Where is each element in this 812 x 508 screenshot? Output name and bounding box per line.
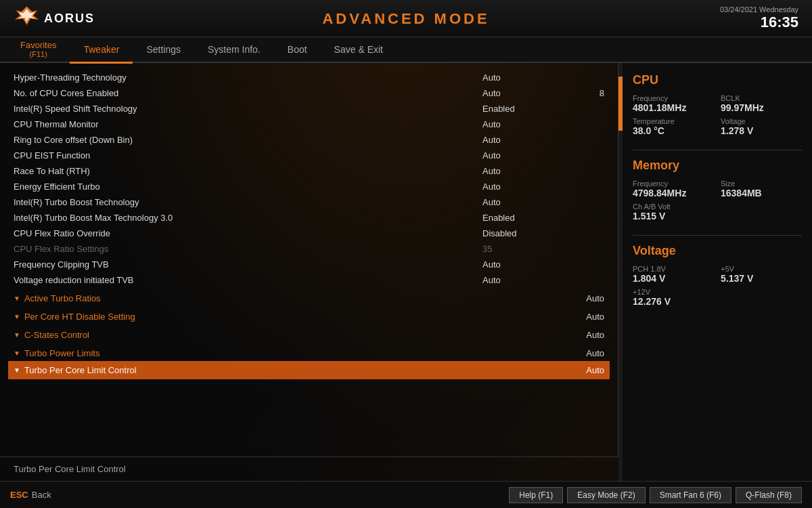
mem-chvolt-label: Ch A/B Volt [633,203,802,211]
section-header-turbo-per-core[interactable]: ▼ Turbo Per Core Limit ControlAuto [8,361,610,379]
aorus-logo: AORUS [44,12,95,26]
smart-fan-button[interactable]: Smart Fan 6 (F6) [650,487,731,503]
setting-row[interactable]: Intel(R) Speed Shift TechnologyEnabled [14,101,604,117]
main-content: Hyper-Threading TechnologyAutoNo. of CPU… [0,63,812,481]
setting-value: Auto [482,166,564,176]
setting-value: Auto [482,259,564,270]
setting-row[interactable]: Ring to Core offset (Down Bin)Auto [14,132,604,148]
mem-chvolt-value: 1.515 V [633,211,802,221]
setting-row[interactable]: Intel(R) Turbo Boost Max Technology 3.0E… [14,210,604,226]
memory-title: Memory [633,158,802,173]
setting-value: Auto [482,88,564,98]
nav-tweaker[interactable]: Tweaker [70,37,133,62]
cpu-temp-item: Temperature 38.0 °C [633,117,714,136]
section-value: Auto [586,330,604,340]
setting-name: Intel(R) Speed Shift Technology [14,104,482,114]
nav-favorites-sub: (F11) [30,50,47,59]
divider-1 [633,150,802,150]
voltage-title: Voltage [633,244,802,258]
nav-settings[interactable]: Settings [133,37,194,62]
section-header-per-core-ht[interactable]: ▼ Per Core HT Disable SettingAuto [14,306,604,324]
setting-value: Enabled [482,213,564,223]
page-title: ADVANCED MODE [322,10,489,27]
setting-name: Race To Halt (RTH) [14,166,482,176]
cpu-section: CPU Frequency 4801.18MHz BCLK 99.97MHz T… [633,73,802,136]
cpu-volt-value: 1.278 V [721,125,802,136]
nav-save-label: Save & Exit [334,44,383,55]
section-label: Active Turbo Ratios [24,293,101,303]
mem-freq-item: Frequency 4798.84MHz [633,179,714,198]
nav-favorites-label: Favorites [20,40,56,51]
memory-section: Memory Frequency 4798.84MHz Size 16384MB… [633,158,802,221]
section-header-turbo-power[interactable]: ▼ Turbo Power LimitsAuto [14,343,604,361]
cpu-volt-item: Voltage 1.278 V [721,117,802,136]
mem-size-label: Size [721,179,802,188]
setting-row[interactable]: Energy Efficient TurboAuto [14,179,604,194]
setting-row[interactable]: Frequency Clipping TVBAuto [14,257,604,272]
esc-key: ESC [10,490,28,500]
qflash-button[interactable]: Q-Flash (F8) [736,487,802,503]
nav-save[interactable]: Save & Exit [321,37,397,62]
setting-value: Auto [482,150,564,161]
setting-row[interactable]: CPU Flex Ratio OverrideDisabled [14,226,604,241]
volt-12v-value: 12.276 V [633,296,802,307]
bottom-left: ESC Back [10,490,51,500]
volt-pch-item: PCH 1.8V 1.804 V [633,265,714,284]
setting-row[interactable]: No. of CPU Cores EnabledAuto8 [14,85,604,101]
bottom-bar: ESC Back Help (F1) Easy Mode (F2) Smart … [0,481,812,508]
section-arrow-icon: ▼ [14,366,20,374]
nav-boot[interactable]: Boot [274,37,321,62]
setting-row[interactable]: CPU Thermal MonitorAuto [14,117,604,132]
scroll-indicator [618,63,623,481]
section-arrow-icon: ▼ [14,313,20,320]
setting-row[interactable]: CPU Flex Ratio Settings35 [14,241,604,257]
setting-row[interactable]: Hyper-Threading TechnologyAuto [14,70,604,85]
setting-name: Ring to Core offset (Down Bin) [14,135,482,145]
setting-name: Intel(R) Turbo Boost Max Technology 3.0 [14,213,482,223]
nav-sysinfo[interactable]: System Info. [194,37,274,62]
section-label: C-States Control [24,330,89,340]
setting-row[interactable]: Race To Halt (RTH)Auto [14,163,604,179]
settings-panel: Hyper-Threading TechnologyAutoNo. of CPU… [0,63,618,457]
logo-area: AORUS [14,5,95,32]
section-header-c-states[interactable]: ▼ C-States ControlAuto [14,324,604,343]
nav-tweaker-label: Tweaker [83,44,119,55]
nav-settings-label: Settings [146,44,181,55]
nav-favorites[interactable]: Favorites (F11) [7,37,70,62]
setting-value: Auto [482,182,564,192]
title-area: ADVANCED MODE [322,0,489,37]
back-label: Back [32,490,51,500]
cpu-bclk-item: BCLK 99.97MHz [721,94,802,113]
cpu-grid: Frequency 4801.18MHz BCLK 99.97MHz Tempe… [633,94,802,136]
setting-row[interactable]: Intel(R) Turbo Boost TechnologyAuto [14,194,604,210]
help-button[interactable]: Help (F1) [509,487,563,503]
setting-row[interactable]: Voltage reduction initiated TVBAuto [14,272,604,288]
section-label: Turbo Per Core Limit Control [24,365,137,375]
section-header-active-turbo[interactable]: ▼ Active Turbo RatiosAuto [14,288,604,306]
setting-name: Intel(R) Turbo Boost Technology [14,197,482,207]
mem-chvolt-item: Ch A/B Volt 1.515 V [633,203,802,221]
cpu-bclk-label: BCLK [721,94,802,102]
setting-name: No. of CPU Cores Enabled [14,88,482,98]
section-label: Turbo Power Limits [24,348,100,358]
setting-name: CPU Flex Ratio Settings [14,244,482,254]
setting-name: Energy Efficient Turbo [14,182,482,192]
setting-name: Frequency Clipping TVB [14,259,482,270]
setting-name: CPU Thermal Monitor [14,119,482,129]
setting-value: Auto [482,119,564,129]
mem-size-value: 16384MB [721,188,802,198]
voltage-grid: PCH 1.8V 1.804 V +5V 5.137 V +12V 12.276… [633,265,802,307]
setting-name: Hyper-Threading Technology [14,72,482,83]
volt-12v-item: +12V 12.276 V [633,288,802,307]
description-box: Turbo Per Core Limit Control [0,457,618,481]
mem-freq-label: Frequency [633,179,714,188]
section-arrow-icon: ▼ [14,350,20,357]
easy-mode-button[interactable]: Easy Mode (F2) [567,487,645,503]
cpu-volt-label: Voltage [721,117,802,125]
bottom-buttons: Help (F1) Easy Mode (F2) Smart Fan 6 (F6… [509,487,802,503]
mem-size-item: Size 16384MB [721,179,802,198]
setting-row[interactable]: CPU EIST FunctionAuto [14,148,604,163]
cpu-title: CPU [633,73,802,87]
voltage-section: Voltage PCH 1.8V 1.804 V +5V 5.137 V +12… [633,244,802,307]
setting-name: CPU Flex Ratio Override [14,228,482,238]
